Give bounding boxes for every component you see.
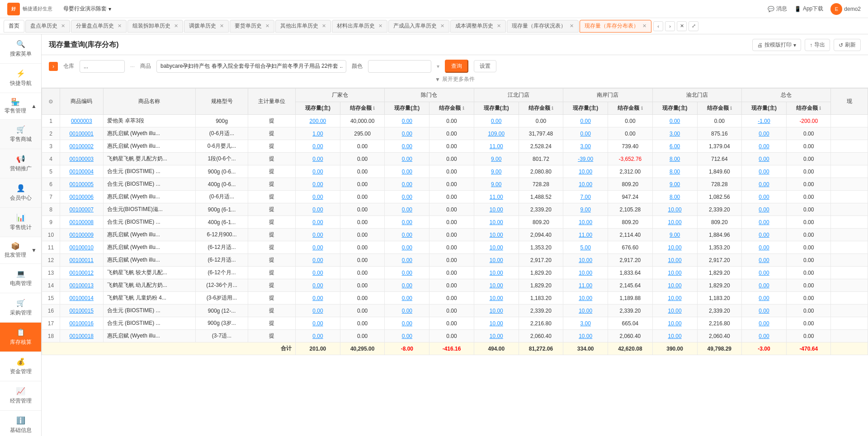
cell-factory-stock[interactable]: 0.00 <box>295 305 340 317</box>
cell-na-stock[interactable]: 10.00 <box>563 216 608 229</box>
sidebar-item-retail[interactable]: 🏪 零售管理 ▲ <box>0 93 41 120</box>
cell-yb-stock[interactable]: 10.00 <box>652 305 697 317</box>
cell-total-stock[interactable]: 0.00 <box>741 153 786 165</box>
cell-code[interactable]: 00100015 <box>60 305 104 317</box>
cell-factory-stock[interactable]: 0.00 <box>295 254 340 267</box>
sidebar-item-nav[interactable]: ⚡ 快捷导航 <box>0 64 41 93</box>
close-pandian[interactable]: ✕ <box>61 23 65 29</box>
cell-na-stock[interactable]: 7.00 <box>563 191 608 203</box>
cell-code[interactable]: 00100007 <box>60 203 104 216</box>
cell-code[interactable]: 00100014 <box>60 292 104 305</box>
cell-na-stock[interactable]: 3.00 <box>563 317 608 330</box>
tab-xianzun2[interactable]: 现存量（库存分布表） ✕ <box>580 20 651 33</box>
close-qitachu[interactable]: ✕ <box>322 23 326 29</box>
cell-chen-stock[interactable]: 0.00 <box>385 279 429 292</box>
cell-factory-stock[interactable]: 0.00 <box>295 279 340 292</box>
cell-factory-stock[interactable]: 0.00 <box>295 229 340 241</box>
tab-diaob[interactable]: 调拨单历史 ✕ <box>184 20 229 33</box>
cell-factory-stock[interactable]: 0.00 <box>295 216 340 229</box>
close-cailiao[interactable]: ✕ <box>378 23 382 29</box>
cell-chen-stock[interactable]: 0.00 <box>385 153 429 165</box>
cell-factory-stock[interactable]: 0.00 <box>295 241 340 254</box>
export-btn[interactable]: ↑ 导出 <box>805 39 830 51</box>
sidebar-item-wholesale[interactable]: 📦 批发管理 ▼ <box>0 237 41 264</box>
cell-na-stock[interactable]: 10.00 <box>563 267 608 279</box>
cell-total-stock[interactable]: 0.00 <box>741 140 786 153</box>
cell-chen-stock[interactable]: 0.00 <box>385 254 429 267</box>
cell-factory-stock[interactable]: 0.00 <box>295 165 340 178</box>
cell-factory-stock[interactable]: 0.00 <box>295 191 340 203</box>
cell-chen-stock[interactable]: 0.00 <box>385 216 429 229</box>
cell-chen-stock[interactable]: 0.00 <box>385 140 429 153</box>
cell-total-stock[interactable]: 0.00 <box>741 203 786 216</box>
cell-yb-stock[interactable]: 10.00 <box>652 203 697 216</box>
cell-total-stock[interactable]: 0.00 <box>741 191 786 203</box>
sidebar-item-mall[interactable]: 🛒 零售商城 <box>0 120 41 149</box>
color-input[interactable] <box>368 60 431 73</box>
cell-code[interactable]: 0000003 <box>60 115 104 127</box>
tab-qitachu[interactable]: 其他出库单历史 ✕ <box>275 20 331 33</box>
cell-code[interactable]: 00100002 <box>60 140 104 153</box>
cell-yb-stock[interactable]: 10.00 <box>652 216 697 229</box>
cell-chen-stock[interactable]: 0.00 <box>385 127 429 140</box>
cell-jb-stock[interactable]: 10.00 <box>474 267 519 279</box>
sidebar-item-retailstats[interactable]: 📊 零售统计 <box>0 208 41 237</box>
tab-yaohuo[interactable]: 要货单历史 ✕ <box>230 20 274 33</box>
cell-jb-stock[interactable]: 10.00 <box>474 279 519 292</box>
cell-jb-stock[interactable]: 9.00 <box>474 153 519 165</box>
cell-factory-stock[interactable]: 1.00 <box>295 127 340 140</box>
cell-total-stock[interactable]: 0.00 <box>741 165 786 178</box>
cell-chen-stock[interactable]: 0.00 <box>385 178 429 191</box>
tab-chengben[interactable]: 成本调整单历史 ✕ <box>450 20 506 33</box>
sidebar-item-purchase[interactable]: 🛒 采购管理 <box>0 293 41 323</box>
cell-jb-stock[interactable]: 10.00 <box>474 229 519 241</box>
cell-na-stock[interactable]: -39.00 <box>563 153 608 165</box>
cell-total-stock[interactable]: 0.00 <box>741 241 786 254</box>
cell-code[interactable]: 00100001 <box>60 127 104 140</box>
tab-close-all[interactable]: ✕ <box>677 21 687 31</box>
sidebar-item-member[interactable]: 👤 会员中心 <box>0 178 41 208</box>
warehouse-input[interactable] <box>80 60 125 73</box>
message-btn[interactable]: 💬 消息 <box>768 5 787 13</box>
settings-btn[interactable]: 设置 <box>474 60 496 72</box>
cell-code[interactable]: 00100008 <box>60 216 104 229</box>
filter-expand[interactable]: ▼ 展开更多条件 <box>49 75 861 83</box>
cell-jb-stock[interactable]: 10.00 <box>474 317 519 330</box>
cell-na-stock[interactable]: 10.00 <box>563 254 608 267</box>
cell-na-stock[interactable]: 10.00 <box>563 305 608 317</box>
sidebar-item-ecom[interactable]: 💻 电商管理 <box>0 264 41 293</box>
sidebar-item-finance[interactable]: 💰 资金管理 <box>0 352 41 381</box>
cell-factory-stock[interactable]: 0.00 <box>295 330 340 342</box>
cell-yb-stock[interactable]: 10.00 <box>652 317 697 330</box>
cell-yb-stock[interactable]: 10.00 <box>652 330 697 342</box>
cell-na-stock[interactable]: 11.00 <box>563 229 608 241</box>
cell-na-stock[interactable]: 0.00 <box>563 115 608 127</box>
tab-prev[interactable]: ‹ <box>653 21 663 31</box>
cell-chen-stock[interactable]: 0.00 <box>385 292 429 305</box>
app-download-btn[interactable]: 📱 App下载 <box>794 5 823 13</box>
cell-factory-stock[interactable]: 0.00 <box>295 140 340 153</box>
close-yaohuo[interactable]: ✕ <box>265 23 269 29</box>
cell-na-stock[interactable]: 10.00 <box>563 292 608 305</box>
cell-chen-stock[interactable]: 0.00 <box>385 317 429 330</box>
cell-na-stock[interactable]: 10.00 <box>563 165 608 178</box>
cell-yb-stock[interactable]: 8.00 <box>652 165 697 178</box>
tab-pandian[interactable]: 盘点单历史 ✕ <box>25 20 70 33</box>
query-btn[interactable]: 查询 <box>445 60 468 73</box>
cell-code[interactable]: 00100010 <box>60 241 104 254</box>
cell-yb-stock[interactable]: 10.00 <box>652 267 697 279</box>
cell-total-stock[interactable]: 0.00 <box>741 216 786 229</box>
cell-factory-stock[interactable]: 200.00 <box>295 115 340 127</box>
cell-jb-stock[interactable]: 10.00 <box>474 203 519 216</box>
cell-factory-stock[interactable]: 0.00 <box>295 203 340 216</box>
sidebar-item-marketing[interactable]: 📢 营销推广 <box>0 149 41 178</box>
industry-selector[interactable]: 母婴行业演示陈套 ▾ <box>63 5 111 13</box>
cell-jb-stock[interactable]: 10.00 <box>474 292 519 305</box>
tab-home[interactable]: 首页 <box>4 20 24 33</box>
cell-na-stock[interactable]: 9.00 <box>563 203 608 216</box>
th-settings[interactable]: ⚙ <box>42 89 60 115</box>
cell-jb-stock[interactable]: 10.00 <box>474 305 519 317</box>
cell-total-stock[interactable]: 0.00 <box>741 127 786 140</box>
cell-na-stock[interactable]: 5.00 <box>563 241 608 254</box>
tab-xianzun1[interactable]: 现存量（库存状况表） ✕ <box>507 20 579 33</box>
